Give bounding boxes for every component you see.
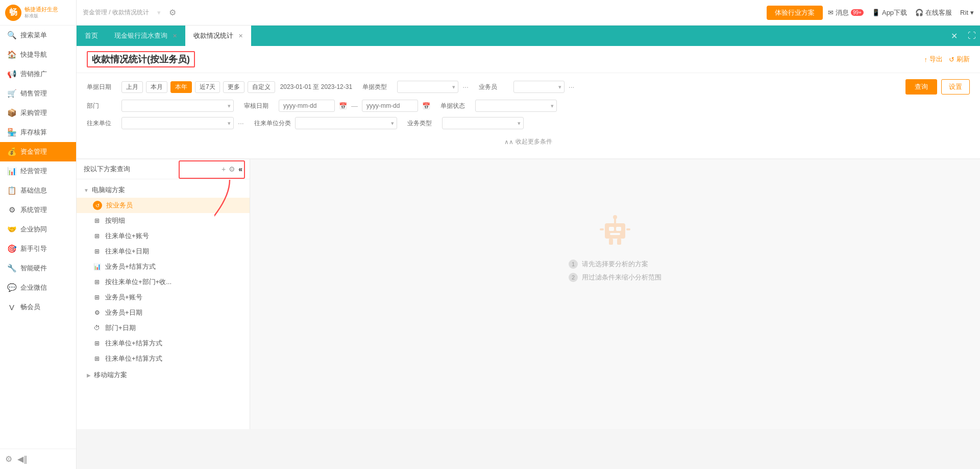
collapse-filter-btn[interactable]: ∧∧ 收起更多条件 [87,134,970,149]
tabs-bar: 首页 现金银行流水查询 ✕ 收款情况统计 ✕ ✕ ⛶ [77,26,980,46]
date-this-month-btn[interactable]: 本月 [146,81,167,93]
partner-more-icon[interactable]: ··· [238,119,244,127]
sidebar-item-capital[interactable]: 💰 资金管理 [0,142,76,161]
app-download-label: App下载 [882,8,907,17]
sidebar-item-quick-nav[interactable]: 🏠 快捷导航 [0,45,76,64]
svg-rect-8 [626,228,630,230]
filter-partner-col: 往来单位 ··· [87,117,244,129]
tree-arrow-right-icon: ▶ [87,372,91,378]
tree-item-partner-settle2[interactable]: ⊞ 往来单位+结算方式 [77,351,250,366]
online-service-btn[interactable]: 🎧 在线客服 [915,8,952,17]
scheme-panel-actions: + ⚙ « [222,165,242,173]
sidebar-item-wechat[interactable]: 💬 企业微信 [0,278,76,297]
tree-item-salesman-date[interactable]: ⚙ 业务员+日期 [77,305,250,320]
service-icon: 🎧 [915,9,923,16]
salesman-select[interactable] [513,81,565,93]
empty-step-2: 2 用过滤条件来缩小分析范围 [569,271,662,284]
calendar-from-icon[interactable]: 📅 [339,102,347,110]
settings-btn[interactable]: 设置 [941,79,970,95]
sidebar-nav: 🔍 搜索菜单 🏠 快捷导航 📢 营销推广 🛒 销售管理 📦 采购管理 🏪 库存核… [0,26,76,449]
body-area: 按以下方案查询 + ⚙ « [77,159,980,429]
date-prev-month-btn[interactable]: 上月 [121,81,143,93]
voucher-type-more-icon[interactable]: ··· [462,83,469,91]
tree-item-partner-date[interactable]: ⊞ 往来单位+日期 [77,244,250,259]
sidebar-item-smart-hw[interactable]: 🔧 智能硬件 [0,259,76,278]
voucher-status-select-wrap [475,100,557,112]
tree-item-salesman-account[interactable]: ⊞ 业务员+账号 [77,290,250,305]
query-btn[interactable]: 查询 [905,79,937,95]
partner-select[interactable] [121,117,234,129]
sidebar-item-label: 企业协同 [20,225,47,234]
tab-bank-flow[interactable]: 现金银行流水查询 ✕ [106,26,185,46]
refresh-label: 刷新 [957,55,970,64]
scheme-settings-icon[interactable]: ⚙ [229,165,235,173]
footer-collapse-icon[interactable]: ◀‖ [17,454,28,464]
tree-group-mobile-header[interactable]: ▶ 移动端方案 [77,367,250,383]
tree-item-by-salesman[interactable]: ↺ 按业务员 [77,198,250,213]
sidebar-item-guide[interactable]: 🎯 新手引导 [0,239,76,259]
date-custom-btn[interactable]: 自定义 [248,81,275,93]
biz-type-select[interactable] [442,117,524,129]
tab-close-icon[interactable]: ✕ [238,33,243,39]
tree-item-partner-account[interactable]: ⊞ 往来单位+账号 [77,228,250,244]
tree-item-label: 往来单位+账号 [105,231,149,241]
sidebar-item-enterprise[interactable]: 🤝 企业协同 [0,220,76,239]
sidebar-item-basic-info[interactable]: 📋 基础信息 [0,181,76,200]
refresh-btn[interactable]: ↺ 刷新 [949,55,970,64]
tab-label: 现金银行流水查询 [114,31,167,40]
review-date-from-input[interactable] [279,100,335,112]
tree-item-partner-settle1[interactable]: ⊞ 往来单位+结算方式 [77,336,250,351]
sidebar-item-operation[interactable]: 📊 经营管理 [0,161,76,181]
dept-select-wrap [121,100,234,112]
tree-item-by-detail[interactable]: ⊞ 按明细 [77,213,250,228]
header-settings-icon[interactable]: ⚙ [169,8,176,17]
tree-item-salesman-settle[interactable]: 📊 业务员+结算方式 [77,259,250,274]
content-area: 收款情况统计(按业务员) ↑ 导出 ↺ 刷新 单据日期 上月 本月 [77,46,980,469]
voucher-type-select[interactable] [397,81,458,93]
sidebar-item-sales[interactable]: 🛒 销售管理 [0,84,76,103]
date-this-year-btn[interactable]: 本年 [170,81,192,93]
tree-item-label: 按业务员 [106,201,133,210]
sidebar-item-purchase[interactable]: 📦 采购管理 [0,103,76,123]
scheme-collapse-icon[interactable]: « [238,165,242,173]
review-date-to-input[interactable] [362,100,418,112]
sidebar-item-member[interactable]: V 畅会员 [0,297,76,317]
tree-item-dept-date[interactable]: ⏱ 部门+日期 [77,320,250,336]
voucher-status-select[interactable] [475,100,557,112]
salesman-more-icon[interactable]: ··· [569,83,575,91]
date-7days-btn[interactable]: 近7天 [195,81,220,93]
messages-btn[interactable]: ✉ 消息 99+ [828,8,864,17]
app-download-btn[interactable]: 📱 App下载 [872,8,907,17]
tab-home[interactable]: 首页 [77,31,106,40]
tab-close-icon[interactable]: ✕ [173,33,177,39]
tree-group-pc-header[interactable]: ▼ 电脑端方案 [77,182,250,198]
sidebar-item-search[interactable]: 🔍 搜索菜单 [0,26,76,45]
basic-info-icon: 📋 [7,186,16,195]
sidebar-item-system[interactable]: ⚙ 系统管理 [0,200,76,220]
tab-maximize-btn[interactable]: ⛶ [964,31,980,40]
scheme-add-icon[interactable]: + [222,165,226,173]
logo-icon: 畅 [5,5,21,21]
date-more-btn[interactable]: 更多 [223,81,244,93]
svg-rect-2 [609,227,614,231]
biz-type-label: 业务类型 [407,119,438,128]
dept-select[interactable] [121,100,234,112]
tree-arrow-down-icon: ▼ [84,187,89,193]
user-menu[interactable]: Rit ▾ [960,9,974,16]
partner-category-select[interactable] [295,117,397,129]
tree-item-label: 往来单位+结算方式 [105,354,162,363]
tab-collection-stats[interactable]: 收款情况统计 ✕ [185,26,251,46]
calendar-to-icon[interactable]: 📅 [422,102,430,110]
sidebar-item-marketing[interactable]: 📢 营销推广 [0,64,76,84]
export-btn[interactable]: ↑ 导出 [924,55,943,64]
logo-text-area: 畅捷通好生意 标准版 [24,6,58,19]
trial-btn[interactable]: 体验行业方案 [767,6,823,20]
breadcrumb: 资金管理 / 收款情况统计 [83,8,149,17]
tab-close-all-btn[interactable]: ✕ [945,31,964,41]
sidebar-item-inventory[interactable]: 🏪 库存核算 [0,123,76,142]
partner-select-wrap [121,117,234,129]
tree-item-partner-dept-collect[interactable]: ⊞ 按往来单位+部门+收... [77,274,250,290]
date-btn-group: 上月 本月 本年 近7天 更多 自定义 2023-01-01 至 2023-12… [121,81,352,93]
inventory-icon: 🏪 [7,128,16,137]
footer-settings-icon[interactable]: ⚙ [5,454,12,464]
